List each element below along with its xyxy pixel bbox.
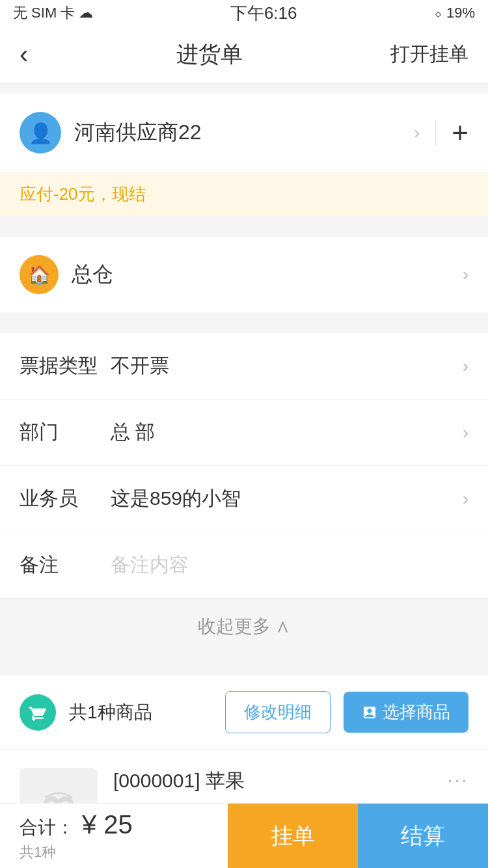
gap-3 bbox=[0, 312, 488, 323]
supplier-name: 河南供应商22 bbox=[74, 118, 414, 147]
warehouse-section: 🏠 总仓 › bbox=[0, 237, 488, 312]
department-label: 部门 bbox=[20, 419, 111, 446]
chevron-right-icon: › bbox=[463, 264, 468, 285]
warehouse-name: 总仓 bbox=[72, 260, 463, 289]
supplier-actions: › + bbox=[414, 116, 468, 149]
total-label: 合计： ¥ 25 bbox=[20, 810, 208, 840]
checkout-button[interactable]: 结算 bbox=[358, 804, 488, 868]
status-time: 下午6:16 bbox=[230, 2, 297, 25]
product-count-icon bbox=[20, 694, 56, 731]
status-right: ⬦ 19% bbox=[434, 5, 475, 21]
remark-placeholder: 备注内容 bbox=[111, 552, 468, 578]
chevron-right-icon: › bbox=[463, 422, 468, 443]
product-id: [0000001] bbox=[113, 770, 200, 791]
warning-bar: 应付-20元，现结 bbox=[0, 172, 488, 216]
salesperson-value: 这是859的小智 bbox=[111, 485, 463, 512]
form-section: 票据类型 不开票 › 部门 总 部 › 业务员 这是859的小智 › 备注 备注… bbox=[0, 333, 488, 598]
total-label-text: 合计： bbox=[20, 815, 74, 840]
cart-icon bbox=[28, 703, 47, 722]
remark-row[interactable]: 备注 备注内容 bbox=[0, 532, 488, 598]
chevron-right-icon: › bbox=[463, 489, 468, 509]
product-name: [0000001] 苹果 bbox=[113, 768, 431, 794]
status-left: 无 SIM 卡 ☁ bbox=[13, 3, 93, 23]
supplier-avatar: 👤 bbox=[20, 112, 61, 154]
avatar-icon: 👤 bbox=[29, 122, 53, 144]
bottom-bar: 合计： ¥ 25 共1种 挂单 结算 bbox=[0, 803, 488, 868]
battery-percent: 19% bbox=[446, 5, 475, 21]
warehouse-row[interactable]: 🏠 总仓 › bbox=[0, 237, 488, 312]
supplier-row[interactable]: 👤 河南供应商22 › + bbox=[0, 94, 488, 172]
page-title: 进货单 bbox=[176, 40, 243, 70]
gap-2 bbox=[0, 216, 488, 226]
collapse-button[interactable]: 收起更多 ∧ bbox=[0, 598, 488, 655]
add-button[interactable]: + bbox=[452, 116, 468, 149]
total-amount: ¥ 25 bbox=[82, 810, 133, 839]
salesperson-row[interactable]: 业务员 这是859的小智 › bbox=[0, 466, 488, 532]
gap-4 bbox=[0, 655, 488, 665]
remark-label: 备注 bbox=[20, 552, 111, 578]
chevron-right-icon: › bbox=[414, 122, 420, 143]
total-count: 共1种 bbox=[20, 843, 208, 862]
product-count-text: 共1种商品 bbox=[69, 700, 212, 725]
back-button[interactable]: ‹ bbox=[20, 40, 28, 69]
department-value: 总 部 bbox=[111, 419, 463, 446]
nav-bar: ‹ 进货单 打开挂单 bbox=[0, 26, 488, 83]
divider bbox=[435, 120, 436, 146]
product-more-button[interactable]: ··· bbox=[447, 768, 468, 792]
ticket-type-label: 票据类型 bbox=[20, 353, 111, 379]
supplier-section: 👤 河南供应商22 › + 应付-20元，现结 bbox=[0, 94, 488, 216]
edit-detail-button[interactable]: 修改明细 bbox=[225, 691, 331, 733]
battery-icon: ⬦ bbox=[434, 5, 442, 21]
carrier-text: 无 SIM 卡 ☁ bbox=[13, 3, 93, 23]
product-title-text: 苹果 bbox=[206, 770, 245, 791]
ticket-type-value: 不开票 bbox=[111, 353, 463, 379]
select-icon bbox=[362, 705, 377, 720]
department-row[interactable]: 部门 总 部 › bbox=[0, 400, 488, 466]
total-section: 合计： ¥ 25 共1种 bbox=[0, 804, 228, 868]
salesperson-label: 业务员 bbox=[20, 485, 111, 512]
select-product-button[interactable]: 选择商品 bbox=[344, 692, 468, 733]
hang-order-button[interactable]: 挂单 bbox=[228, 804, 358, 868]
warehouse-icon: 🏠 bbox=[20, 255, 59, 294]
ticket-type-row[interactable]: 票据类型 不开票 › bbox=[0, 333, 488, 400]
product-header: 共1种商品 修改明细 选择商品 bbox=[0, 675, 488, 749]
gap-1 bbox=[0, 83, 488, 94]
select-product-label: 选择商品 bbox=[383, 701, 450, 724]
open-pending-button[interactable]: 打开挂单 bbox=[390, 41, 468, 68]
chevron-right-icon: › bbox=[463, 356, 468, 377]
status-bar: 无 SIM 卡 ☁ 下午6:16 ⬦ 19% bbox=[0, 0, 488, 26]
